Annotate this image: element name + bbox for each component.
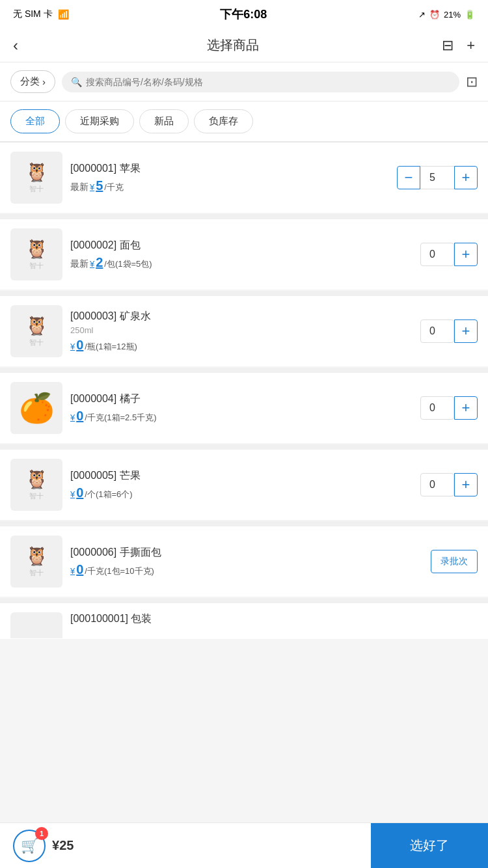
quantity-input[interactable] <box>420 319 454 343</box>
product-name: [0000005] 芒果 <box>70 469 413 483</box>
battery-level: 21% <box>444 10 461 20</box>
product-name: [0000004] 橘子 <box>70 392 413 406</box>
tab-new[interactable]: 新品 <box>139 109 189 133</box>
tab-recent[interactable]: 近期采购 <box>65 109 134 133</box>
owl-icon: 🦉 <box>25 315 48 336</box>
status-time: 下午6:08 <box>220 7 267 22</box>
product-price: ¥ 0 /千克(1包=10千克) <box>70 562 423 577</box>
table-row: 🦉 智十 [0000005] 芒果 ¥ 0 /个(1箱=6个) + <box>0 450 488 520</box>
cart-icon: 🛒 <box>21 837 38 854</box>
cart-icon-wrapper[interactable]: 🛒 1 <box>13 830 46 862</box>
quantity-control-0000005: + <box>420 473 478 496</box>
product-info-0000004: [0000004] 橘子 ¥ 0 /千克(1箱=2.5千克) <box>70 392 413 424</box>
product-info-0000001: [0000001] 苹果 最新 ¥ 5 /千克 <box>70 162 389 193</box>
quantity-input[interactable] <box>420 396 454 420</box>
product-price: ¥ 0 /千克(1箱=2.5千克) <box>70 409 413 424</box>
bottom-bar: 🛒 1 ¥25 选好了 <box>0 822 488 868</box>
quantity-control-0000002: + <box>420 243 478 266</box>
product-name: [0000003] 矿泉水 <box>70 310 413 323</box>
table-row: [000100001] 包装 <box>0 603 488 639</box>
table-row: 🦉 智十 [0000002] 面包 最新 ¥ 2 /包(1袋=5包) + <box>0 219 488 290</box>
nav-bar: ‹ 选择商品 ⊟ + <box>0 29 488 62</box>
product-info-0000003: [0000003] 矿泉水 250ml ¥ 0 /瓶(1箱=12瓶) <box>70 310 413 353</box>
product-image-0000002: 🦉 智十 <box>10 228 62 280</box>
product-price: 最新 ¥ 2 /包(1袋=5包) <box>70 255 413 270</box>
category-button[interactable]: 分类 › <box>10 70 55 93</box>
quantity-plus-button[interactable]: + <box>454 473 478 496</box>
location-icon: ↗ <box>418 10 426 20</box>
alarm-icon: ⏰ <box>429 10 440 20</box>
add-icon[interactable]: + <box>467 37 475 54</box>
product-info-0000006: [0000006] 手撕面包 ¥ 0 /千克(1包=10千克) <box>70 546 423 577</box>
product-name: [0000006] 手撕面包 <box>70 546 423 560</box>
quantity-minus-button[interactable]: − <box>397 166 420 189</box>
product-info-partial: [000100001] 包装 <box>70 612 478 629</box>
category-label: 分类 <box>20 75 40 88</box>
cart-badge: 1 <box>35 827 48 840</box>
confirm-button[interactable]: 选好了 <box>371 823 488 869</box>
filter-bar: 分类 › 🔍 ⊡ <box>0 62 488 102</box>
tabs-bar: 全部 近期采购 新品 负库存 <box>0 102 488 142</box>
owl-icon: 🦉 <box>25 238 48 260</box>
status-right: ↗ ⏰ 21% 🔋 <box>418 10 475 20</box>
table-row: 🦉 智十 [0000001] 苹果 最新 ¥ 5 /千克 − + <box>0 142 488 213</box>
product-name: [0000001] 苹果 <box>70 162 389 176</box>
product-price: ¥ 0 /个(1箱=6个) <box>70 485 413 500</box>
search-bar: 🔍 <box>62 72 459 92</box>
table-row: 🦉 智十 [0000003] 矿泉水 250ml ¥ 0 /瓶(1箱=12瓶) … <box>0 296 488 366</box>
quantity-control-0000003: + <box>420 319 478 343</box>
back-button[interactable]: ‹ <box>8 31 23 60</box>
tab-negative[interactable]: 负库存 <box>194 109 253 133</box>
search-input[interactable] <box>86 77 450 87</box>
quantity-input[interactable] <box>420 166 454 189</box>
quantity-plus-button[interactable]: + <box>454 243 478 266</box>
owl-icon: 🦉 <box>25 545 48 567</box>
record-batch-button[interactable]: 录批次 <box>431 550 478 573</box>
filter-icon[interactable]: ⊟ <box>442 37 454 54</box>
quantity-control-0000001: − + <box>397 166 478 189</box>
owl-icon: 🦉 <box>25 161 48 183</box>
nav-actions: ⊟ + <box>442 37 475 54</box>
product-price: ¥ 0 /瓶(1箱=12瓶) <box>70 338 413 353</box>
product-info-0000005: [0000005] 芒果 ¥ 0 /个(1箱=6个) <box>70 469 413 500</box>
category-chevron: › <box>42 76 46 87</box>
table-row: 🦉 智十 [0000006] 手撕面包 ¥ 0 /千克(1包=10千克) 录批次 <box>0 526 488 597</box>
product-spec: 250ml <box>70 325 413 335</box>
product-image-0000005: 🦉 智十 <box>10 459 62 511</box>
quantity-control-0000004: + <box>420 396 478 420</box>
product-image-partial <box>10 612 62 638</box>
product-price: 最新 ¥ 5 /千克 <box>70 178 389 193</box>
table-row: 🍊 [0000004] 橘子 ¥ 0 /千克(1箱=2.5千克) + <box>0 373 488 443</box>
quantity-plus-button[interactable]: + <box>454 166 478 189</box>
product-image-0000004: 🍊 <box>10 382 62 434</box>
product-name: [0000002] 面包 <box>70 239 413 252</box>
quantity-plus-button[interactable]: + <box>454 319 478 343</box>
search-icon: 🔍 <box>71 77 82 87</box>
product-info-0000002: [0000002] 面包 最新 ¥ 2 /包(1袋=5包) <box>70 239 413 270</box>
product-image-0000006: 🦉 智十 <box>10 536 62 588</box>
status-carrier: 无 SIM 卡 📶 <box>13 8 69 20</box>
scan-icon[interactable]: ⊡ <box>466 74 478 90</box>
wifi-icon: 📶 <box>58 9 69 20</box>
status-bar: 无 SIM 卡 📶 下午6:08 ↗ ⏰ 21% 🔋 <box>0 0 488 29</box>
quantity-control-0000006: 录批次 <box>431 550 478 573</box>
battery-icon: 🔋 <box>465 10 475 20</box>
owl-icon: 🦉 <box>25 468 48 490</box>
product-name: [000100001] 包装 <box>70 612 478 626</box>
product-image-0000001: 🦉 智十 <box>10 152 62 204</box>
tab-all[interactable]: 全部 <box>10 109 60 133</box>
page-title: 选择商品 <box>207 36 259 54</box>
cart-section: 🛒 1 ¥25 <box>0 830 371 862</box>
quantity-input[interactable] <box>420 473 454 496</box>
product-image-0000003: 🦉 智十 <box>10 305 62 357</box>
quantity-plus-button[interactable]: + <box>454 396 478 420</box>
cart-total: ¥25 <box>52 838 74 853</box>
quantity-input[interactable] <box>420 243 454 266</box>
product-list: 🦉 智十 [0000001] 苹果 最新 ¥ 5 /千克 − + 🦉 智十 <box>0 142 488 639</box>
